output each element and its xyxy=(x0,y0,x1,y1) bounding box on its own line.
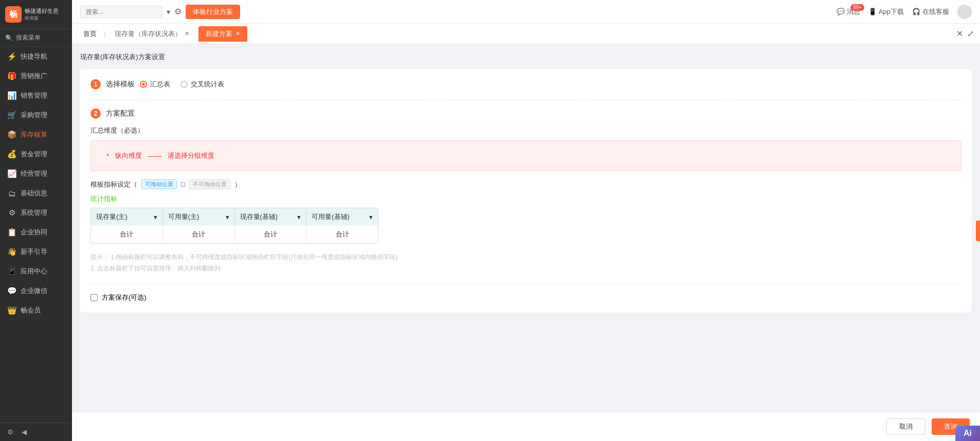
tab-home[interactable]: 首页 xyxy=(78,26,102,42)
sidebar-item-app-center[interactable]: 📱 应用中心 xyxy=(0,262,72,281)
radio-summary-label: 汇总表 xyxy=(150,80,170,89)
online-service-button[interactable]: 🎧 在线客服 xyxy=(912,7,949,16)
right-edge-handle[interactable] xyxy=(976,220,980,241)
radio-summary-circle xyxy=(140,81,147,88)
marketing-icon: 🎁 xyxy=(7,71,16,81)
enterprise-icon: 📋 xyxy=(7,228,16,237)
sidebar-logo: 畅 畅捷通好生意 标准版 xyxy=(0,0,72,29)
sidebar-item-marketing[interactable]: 🎁 营销推广 xyxy=(0,66,72,86)
sidebar-item-label: 营销推广 xyxy=(21,71,47,81)
stat-col-3[interactable]: 现存量(基辅) ▾ xyxy=(235,208,307,226)
tab-new-plan[interactable]: 新建方案 ✕ xyxy=(198,26,247,42)
tip-1: 提示： 1.拖动标题栏可以调整布局，不可跨维度或指标区域拖动栏目字段(只能在同一… xyxy=(90,252,961,263)
dimension-dash: —— xyxy=(148,152,161,160)
indicator-label-mid: □ xyxy=(181,180,185,188)
tips-section: 提示： 1.拖动标题栏可以调整布局，不可跨维度或指标区域拖动栏目字段(只能在同一… xyxy=(90,252,961,274)
cancel-button[interactable]: 取消 xyxy=(886,418,925,435)
sidebar-search[interactable]: 🔍 搜索菜单 xyxy=(0,29,72,47)
step1-section: 1 选择模板 汇总表 交叉统计表 xyxy=(90,79,961,89)
ai-badge[interactable]: Ai xyxy=(955,426,980,441)
radio-cross[interactable]: 交叉统计表 xyxy=(180,80,224,89)
app-download-button[interactable]: 📱 App下载 xyxy=(868,7,904,16)
stat-cell-4: 合计 xyxy=(306,226,378,243)
indicator-label-close: ） xyxy=(234,180,241,189)
tab-inventory-close-icon[interactable]: ✕ xyxy=(185,30,189,37)
basic-info-icon: 🗂 xyxy=(7,189,16,198)
app-name: 畅捷通好生意 xyxy=(25,7,59,15)
trial-plan-button[interactable]: 体验行业方案 xyxy=(186,5,240,19)
dimension-field-label: 纵向维度 xyxy=(115,151,142,160)
sidebar-item-new-guide[interactable]: 👋 新手引导 xyxy=(0,242,72,262)
radio-cross-label: 交叉统计表 xyxy=(191,80,224,89)
sidebar-item-purchase[interactable]: 🛒 采购管理 xyxy=(0,105,72,125)
sidebar-item-finance[interactable]: 💰 资金管理 xyxy=(0,144,72,164)
sidebar-item-label: 应用中心 xyxy=(21,267,47,276)
stat-cell-2: 合计 xyxy=(163,226,235,243)
stat-col-4[interactable]: 可用量(基辅) ▾ xyxy=(306,208,378,226)
sidebar-item-member[interactable]: 👑 畅会员 xyxy=(0,301,72,320)
sidebar-item-operations[interactable]: 📈 经营管理 xyxy=(0,164,72,183)
save-label: 方案保存(可选) xyxy=(102,293,147,302)
quick-nav-icon: ⚡ xyxy=(7,52,16,61)
stat-table: 现存量(主) ▾ 可用量(主) ▾ 现存量(基辅) ▾ 可用量(基辅) xyxy=(90,208,378,244)
online-service-icon: 🎧 xyxy=(912,8,920,15)
sidebar-item-label: 库存核算 xyxy=(21,130,47,139)
message-button[interactable]: 💬 消息 99+ xyxy=(837,7,860,16)
tab-inventory-status[interactable]: 现存量（库存状况表） ✕ xyxy=(107,26,196,42)
sidebar-nav: ⚡ 快捷导航 🎁 营销推广 📊 销售管理 🛒 采购管理 📦 库存核算 💰 资金管… xyxy=(0,47,72,422)
radio-summary[interactable]: 汇总表 xyxy=(140,80,170,89)
sidebar-item-enterprise[interactable]: 📋 企业协同 xyxy=(0,223,72,242)
sidebar-bottom: ⚙ ◀ xyxy=(0,422,72,441)
inventory-icon: 📦 xyxy=(7,130,16,139)
sales-icon: 📊 xyxy=(7,91,16,100)
user-avatar[interactable] xyxy=(957,5,972,19)
draggable-badge: 可拖动位置 xyxy=(141,179,177,189)
sidebar-item-sales[interactable]: 📊 销售管理 xyxy=(0,86,72,105)
sidebar-item-label: 快捷导航 xyxy=(21,52,47,61)
tab-new-plan-close-icon[interactable]: ✕ xyxy=(235,30,240,37)
col3-dropdown-icon: ▾ xyxy=(297,213,301,221)
sidebar-item-label: 新手引导 xyxy=(21,247,47,256)
step2-section: 2 方案配置 汇总维度（必选） * 纵向维度 —— 请选择分组维度 模板指标设定… xyxy=(90,108,961,274)
sidebar-item-label: 企业协同 xyxy=(21,228,47,237)
search-label: 搜索菜单 xyxy=(16,33,41,42)
sidebar-item-inventory[interactable]: 📦 库存核算 xyxy=(0,125,72,144)
finance-icon: 💰 xyxy=(7,150,16,159)
new-guide-icon: 👋 xyxy=(7,247,16,256)
stat-col-1[interactable]: 现存量(主) ▾ xyxy=(91,208,163,226)
sidebar-item-label: 采购管理 xyxy=(21,111,47,120)
sidebar-item-system[interactable]: ⚙ 系统管理 xyxy=(0,203,72,223)
app-center-icon: 📱 xyxy=(7,267,16,276)
col2-dropdown-icon: ▾ xyxy=(226,213,229,221)
sidebar-item-enterprise-wechat[interactable]: 💬 企业微信 xyxy=(0,281,72,301)
stat-col-2[interactable]: 可用量(主) ▾ xyxy=(163,208,235,226)
fixed-badge: 不可拖动位置 xyxy=(189,179,230,189)
stat-cell-1: 合计 xyxy=(91,226,163,243)
settings-icon[interactable]: ⚙ xyxy=(7,428,13,436)
stat-table-body: 合计 合计 合计 合计 xyxy=(91,226,378,243)
message-badge: 99+ xyxy=(850,4,864,11)
close-tab-button[interactable]: ✕ xyxy=(956,29,963,39)
template-radio-group: 汇总表 交叉统计表 xyxy=(140,80,224,89)
content-area: 现存量(库存状况表)方案设置 1 选择模板 汇总表 交叉统计表 xyxy=(72,44,980,412)
sidebar-item-label: 企业微信 xyxy=(21,286,47,296)
app-logo-icon: 畅 xyxy=(5,6,22,23)
sidebar-item-basic-info[interactable]: 🗂 基础信息 xyxy=(0,183,72,203)
topbar-gear-button[interactable]: ⚙ xyxy=(174,7,182,16)
dimension-box[interactable]: * 纵向维度 —— 请选择分组维度 xyxy=(90,140,961,171)
dimension-placeholder: 请选择分组维度 xyxy=(168,151,214,160)
expand-tab-button[interactable]: ⤢ xyxy=(967,29,974,39)
app-download-label: App下载 xyxy=(879,7,904,16)
step1-label: 选择模板 xyxy=(106,80,135,89)
sidebar-item-label: 基础信息 xyxy=(21,189,47,198)
topbar-dropdown-button[interactable]: ▾ xyxy=(167,8,170,16)
sidebar-item-quick-nav[interactable]: ⚡ 快捷导航 xyxy=(0,47,72,66)
col1-dropdown-icon: ▾ xyxy=(154,213,157,221)
save-checkbox[interactable] xyxy=(90,294,98,301)
operations-icon: 📈 xyxy=(7,169,16,178)
collapse-icon[interactable]: ◀ xyxy=(22,428,27,436)
topbar-search-input[interactable] xyxy=(80,6,162,18)
sidebar-item-label: 系统管理 xyxy=(21,208,47,217)
message-icon: 💬 xyxy=(837,8,845,15)
main-area: ▾ ⚙ 体验行业方案 💬 消息 99+ 📱 App下载 🎧 在线客服 首页 xyxy=(72,0,980,441)
